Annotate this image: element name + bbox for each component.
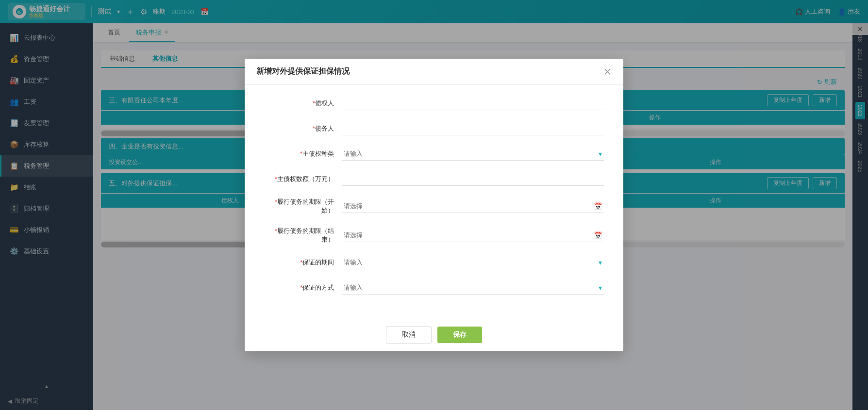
select-guarantee-method[interactable]: ▾: [342, 281, 604, 295]
calendar-end-icon[interactable]: 📅: [594, 231, 604, 239]
form-row-claim-type: *主债权种类 ▾: [264, 147, 604, 161]
modal-overlay: 新增对外提供保证担保情况 ✕ *债权人 *债务人 *主债权种类: [0, 0, 868, 410]
form-row-guarantee-method: *保证的方式 ▾: [264, 281, 604, 295]
chevron-down-period-icon[interactable]: ▾: [599, 259, 604, 266]
calendar-perform-end[interactable]: 📅: [342, 229, 604, 242]
modal-close-button[interactable]: ✕: [603, 67, 612, 77]
form-row-perform-end: *履行债务的期限（结束） 📅: [264, 227, 604, 244]
label-guarantee-period: *保证的期间: [264, 258, 342, 267]
chevron-down-icon[interactable]: ▾: [599, 150, 604, 158]
modal-footer: 取消 保存: [245, 318, 623, 351]
input-creditor[interactable]: [342, 97, 604, 110]
label-creditor: *债权人: [264, 99, 342, 108]
form-row-perform-start: *履行债务的期限（开始） 📅: [264, 197, 604, 215]
modal-header: 新增对外提供保证担保情况 ✕: [245, 59, 623, 85]
label-claim-amount: *主债权数额（万元）: [264, 175, 342, 183]
input-debtor[interactable]: [342, 122, 604, 135]
modal-body: *债权人 *债务人 *主债权种类 ▾: [245, 85, 623, 318]
form-row-debtor: *债务人: [264, 122, 604, 135]
chevron-down-method-icon[interactable]: ▾: [599, 284, 604, 292]
select-claim-type-input[interactable]: [342, 147, 599, 160]
form-row-guarantee-period: *保证的期间 ▾: [264, 256, 604, 269]
label-debtor: *债务人: [264, 124, 342, 133]
select-guarantee-method-input[interactable]: [342, 281, 599, 294]
modal-dialog: 新增对外提供保证担保情况 ✕ *债权人 *债务人 *主债权种类: [245, 59, 623, 351]
calendar-start-icon[interactable]: 📅: [594, 202, 604, 210]
label-guarantee-method: *保证的方式: [264, 283, 342, 292]
select-claim-type[interactable]: ▾: [342, 147, 604, 161]
label-perform-end: *履行债务的期限（结束）: [264, 227, 342, 244]
date-perform-end-input[interactable]: [342, 229, 594, 242]
select-guarantee-period[interactable]: ▾: [342, 256, 604, 269]
label-claim-type: *主债权种类: [264, 149, 342, 158]
form-row-claim-amount: *主债权数额（万元）: [264, 172, 604, 186]
calendar-perform-start[interactable]: 📅: [342, 199, 604, 213]
label-perform-start: *履行债务的期限（开始）: [264, 197, 342, 215]
cancel-button[interactable]: 取消: [386, 326, 432, 344]
date-perform-start-input[interactable]: [342, 199, 594, 213]
form-row-creditor: *债权人: [264, 97, 604, 110]
select-guarantee-period-input[interactable]: [342, 256, 599, 269]
input-claim-amount[interactable]: [342, 172, 604, 186]
modal-title: 新增对外提供保证担保情况: [256, 66, 350, 77]
save-button[interactable]: 保存: [437, 327, 482, 343]
